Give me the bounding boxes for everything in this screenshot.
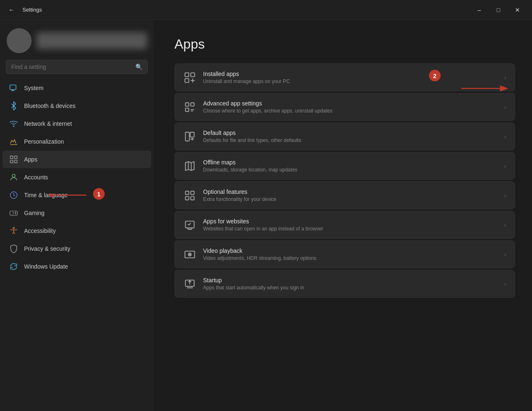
content-area: Apps 2 <box>154 20 532 411</box>
svg-rect-36 <box>191 196 194 200</box>
settings-item-startup[interactable]: Startup Apps that start automatically wh… <box>174 270 515 298</box>
apps-websites-title: Apps for websites <box>203 218 498 225</box>
video-playback-icon <box>183 248 196 261</box>
sidebar-item-personalization[interactable]: Personalization <box>2 133 151 150</box>
svg-point-15 <box>15 213 16 214</box>
svg-point-3 <box>13 126 14 127</box>
svg-rect-34 <box>191 191 194 194</box>
advanced-app-desc: Choose where to get apps, archive apps, … <box>203 108 498 114</box>
sidebar-label-gaming: Gaming <box>24 210 44 216</box>
avatar-area <box>0 20 154 60</box>
system-icon <box>9 83 18 93</box>
sidebar-label-network: Network & internet <box>24 120 72 127</box>
startup-text: Startup Apps that start automatically wh… <box>203 277 498 291</box>
settings-item-video-playback[interactable]: Video playback Video adjustments, HDR st… <box>174 240 515 268</box>
main-layout: 🔍 System <box>0 20 532 411</box>
svg-point-9 <box>12 174 15 177</box>
svg-rect-18 <box>185 73 189 76</box>
advanced-app-title: Advanced app settings <box>203 100 498 107</box>
search-input[interactable] <box>11 64 132 70</box>
svg-point-40 <box>189 254 190 254</box>
default-apps-text: Default apps Defaults for file and link … <box>203 130 498 143</box>
time-icon <box>9 191 18 200</box>
sidebar-item-gaming[interactable]: Gaming <box>2 204 151 222</box>
window-controls: – □ ✕ <box>470 3 527 17</box>
svg-rect-6 <box>15 156 17 159</box>
search-icon: 🔍 <box>135 64 142 70</box>
sidebar-label-personalization: Personalization <box>24 138 64 145</box>
sidebar-item-bluetooth[interactable]: Bluetooth & devices <box>2 97 151 115</box>
sidebar-item-system[interactable]: System <box>2 79 151 97</box>
svg-rect-20 <box>185 78 189 82</box>
sidebar-label-privacy: Privacy & security <box>24 245 70 252</box>
startup-chevron: › <box>504 281 506 287</box>
sidebar-item-network[interactable]: Network & internet <box>2 115 151 132</box>
settings-item-offline-maps[interactable]: Offline maps Downloads, storage location… <box>174 152 515 180</box>
sidebar-item-accessibility[interactable]: Accessibility <box>2 222 151 240</box>
bluetooth-icon <box>9 101 18 110</box>
accessibility-icon <box>9 226 18 235</box>
sidebar-nav: System Bluetooth & devices <box>0 79 154 276</box>
svg-rect-35 <box>186 196 189 200</box>
svg-marker-30 <box>186 161 194 170</box>
avatar-name-blurred <box>37 32 147 49</box>
video-playback-title: Video playback <box>203 247 498 254</box>
maximize-button[interactable]: □ <box>489 3 508 17</box>
installed-apps-title: Installed apps <box>203 71 498 77</box>
svg-rect-33 <box>186 191 189 194</box>
default-apps-chevron: › <box>504 133 506 140</box>
sidebar-item-apps[interactable]: Apps <box>2 151 151 168</box>
installed-apps-icon <box>183 71 196 84</box>
svg-rect-23 <box>186 103 189 106</box>
installed-apps-chevron: › <box>504 74 506 81</box>
sidebar-label-accessibility: Accessibility <box>24 228 56 234</box>
installed-apps-desc: Uninstall and manage apps on your PC <box>203 78 498 84</box>
svg-rect-26 <box>186 132 189 141</box>
optional-features-text: Optional features Extra functionality fo… <box>203 188 498 202</box>
advanced-app-chevron: › <box>504 104 506 110</box>
offline-maps-title: Offline maps <box>203 159 498 166</box>
minimize-button[interactable]: – <box>470 3 489 17</box>
sidebar-label-time: Time & language <box>24 192 68 198</box>
sidebar-label-accounts: Accounts <box>24 174 48 181</box>
sidebar-item-time[interactable]: Time & language <box>2 186 151 204</box>
close-button[interactable]: ✕ <box>508 3 527 17</box>
network-icon <box>9 119 18 128</box>
privacy-icon <box>9 244 18 253</box>
avatar <box>7 28 32 53</box>
apps-icon <box>9 155 18 164</box>
optional-features-desc: Extra functionality for your device <box>203 196 498 202</box>
sidebar-label-bluetooth: Bluetooth & devices <box>24 103 76 109</box>
titlebar: ← Settings – □ ✕ <box>0 0 532 20</box>
sidebar-item-update[interactable]: Windows Update <box>2 258 151 275</box>
video-playback-text: Video playback Video adjustments, HDR st… <box>203 247 498 261</box>
settings-item-optional-features[interactable]: Optional features Extra functionality fo… <box>174 181 515 209</box>
page-title: Apps <box>174 37 515 52</box>
sidebar-item-accounts[interactable]: Accounts <box>2 169 151 186</box>
settings-list: Installed apps Uninstall and manage apps… <box>174 64 515 298</box>
default-apps-desc: Defaults for file and link types, other … <box>203 137 498 143</box>
apps-websites-icon <box>183 218 196 232</box>
default-apps-title: Default apps <box>203 130 498 136</box>
update-icon <box>9 262 18 271</box>
svg-rect-27 <box>190 132 194 137</box>
video-playback-chevron: › <box>504 251 506 258</box>
optional-features-chevron: › <box>504 192 506 199</box>
settings-item-installed-apps[interactable]: Installed apps Uninstall and manage apps… <box>174 64 515 91</box>
settings-item-default-apps[interactable]: Default apps Defaults for file and link … <box>174 122 515 150</box>
svg-rect-7 <box>10 160 13 163</box>
svg-point-14 <box>15 212 16 213</box>
svg-rect-24 <box>191 103 194 106</box>
offline-maps-icon <box>183 159 196 173</box>
offline-maps-chevron: › <box>504 163 506 169</box>
sidebar-item-privacy[interactable]: Privacy & security <box>2 240 151 257</box>
accounts-icon <box>9 173 18 182</box>
svg-rect-8 <box>15 160 17 163</box>
back-button[interactable]: ← <box>5 3 18 17</box>
apps-websites-desc: Websites that can open in an app instead… <box>203 226 498 232</box>
startup-icon <box>183 277 196 291</box>
settings-item-advanced-app[interactable]: Advanced app settings Choose where to ge… <box>174 93 515 121</box>
settings-item-apps-websites[interactable]: Apps for websites Websites that can open… <box>174 211 515 239</box>
startup-desc: Apps that start automatically when you s… <box>203 285 498 291</box>
search-box[interactable]: 🔍 <box>6 60 148 74</box>
